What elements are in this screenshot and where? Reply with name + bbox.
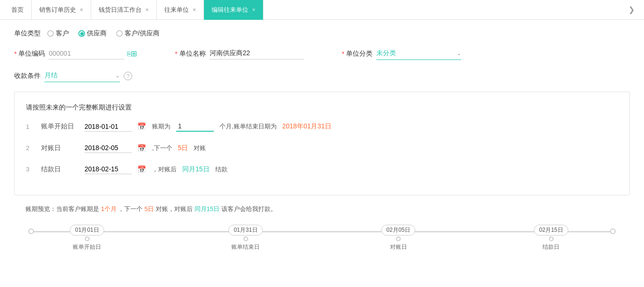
reconcile-suffix: 对账 xyxy=(194,144,206,152)
preview-mid1: ，下一个 xyxy=(118,205,143,212)
timeline-track: 01月01日 账单开始日 01月31日 账单结束日 02月05日 对账日 02月… xyxy=(28,225,616,253)
payment-terms-select[interactable]: 月结 ⌄ xyxy=(44,69,120,82)
timeline-wrapper: 01月01日 账单开始日 01月31日 账单结束日 02月05日 对账日 02月… xyxy=(14,225,630,253)
timeline-point-4: 02月15日 结款日 xyxy=(534,225,568,251)
preview-suffix: 该客户会给我打款。 xyxy=(221,205,277,212)
setting-row-2: 2 对账日 📅 ,下一个 5日 对账 xyxy=(26,143,618,153)
timeline-left-dot xyxy=(28,228,34,234)
tab-home[interactable]: 首页 xyxy=(4,0,32,20)
row-label-reconcile: 对账日 xyxy=(41,144,79,152)
period-label: 账期为 xyxy=(152,122,170,131)
tabs-bar: 首页 销售订单历史 × 钱货日清工作台 × 往来单位 × 编辑往来单位 × ❯ xyxy=(0,0,644,20)
payment-terms-label: 收款条件 xyxy=(14,72,41,80)
timeline-badge-4: 02月15日 xyxy=(534,225,568,236)
tab-partner[interactable]: 往来单位 × xyxy=(157,0,204,20)
radio-circle-customer-supplier xyxy=(116,30,123,37)
timeline-line xyxy=(28,231,616,232)
timeline-node-4 xyxy=(549,236,553,241)
reconcile-calendar-icon[interactable]: 📅 xyxy=(137,144,146,152)
timeline-point-2: 01月31日 账单结束日 xyxy=(229,225,263,251)
radio-circle-customer xyxy=(47,30,54,37)
radio-customer-supplier[interactable]: 客户/供应商 xyxy=(116,29,160,38)
settings-box-title: 请按照未来的一个完整帐期进行设置 xyxy=(26,103,618,112)
timeline-label-2: 账单结束日 xyxy=(231,243,260,251)
payment-terms-value: 月结 xyxy=(44,71,115,80)
preview-highlight3: 同月15日 xyxy=(195,205,220,212)
tab-more-arrow[interactable]: ❯ xyxy=(623,5,640,14)
timeline-node-2 xyxy=(243,236,248,241)
unit-code-copy-icon[interactable]: ⊞ xyxy=(127,49,137,58)
unit-code-label: 单位编码 xyxy=(18,50,45,58)
timeline-label-3: 对账日 xyxy=(390,243,407,251)
timeline-label-1: 账单开始日 xyxy=(73,243,101,251)
unit-category-dropdown-icon: ⌄ xyxy=(457,50,461,57)
timeline-badge-3: 02月05日 xyxy=(381,225,415,236)
radio-supplier[interactable]: 供应商 xyxy=(78,29,107,38)
unit-code-input-wrapper: ⊞ xyxy=(49,48,137,59)
row-label-billing-start: 账单开始日 xyxy=(41,122,79,131)
timeline-node-1 xyxy=(85,236,89,241)
unit-category-select[interactable]: 未分类 ⌄ xyxy=(376,47,461,60)
unit-name-input[interactable] xyxy=(210,48,304,59)
row-num-2: 2 xyxy=(26,144,35,152)
tab-close-sales-history[interactable]: × xyxy=(80,7,83,13)
preview-row: 账期预览：当前客户账期是 1个月 ，下一个 5日 对账，对账后 同月15日 该客… xyxy=(14,205,630,213)
tab-sales-history[interactable]: 销售订单历史 × xyxy=(32,0,91,20)
billing-start-calendar-icon[interactable]: 📅 xyxy=(137,122,146,131)
timeline-point-1: 01月01日 账单开始日 xyxy=(70,225,104,251)
unit-info-row: * 单位编码 ⊞ * 单位名称 * 单位分类 未分类 ⌄ xyxy=(14,47,630,60)
tab-close-cash-daily[interactable]: × xyxy=(145,7,149,13)
preview-mid2: 对账，对账后 xyxy=(156,205,193,212)
timeline-right-dot xyxy=(610,228,616,234)
reconcile-date-input[interactable] xyxy=(85,143,132,153)
setting-row-3: 3 结款日 📅 ，对账后 同月15日 结款 xyxy=(26,164,618,174)
payment-terms-row: 收款条件 月结 ⌄ ? xyxy=(14,69,630,82)
preview-highlight1: 1个月 xyxy=(101,205,117,212)
payment-highlight: 同月15日 xyxy=(182,165,210,174)
payment-calendar-icon[interactable]: 📅 xyxy=(137,165,146,174)
unit-type-radio-group: 客户 供应商 客户/供应商 xyxy=(47,29,160,38)
tab-close-partner[interactable]: × xyxy=(193,7,196,13)
unit-name-group: * 单位名称 xyxy=(175,48,304,59)
billing-start-date-input[interactable] xyxy=(85,122,132,132)
unit-code-input[interactable] xyxy=(49,48,124,59)
radio-circle-supplier xyxy=(78,30,85,37)
timeline-badge-1: 01月01日 xyxy=(70,225,104,236)
preview-highlight2: 5日 xyxy=(144,205,154,212)
tab-cash-daily[interactable]: 钱货日清工作台 × xyxy=(91,0,157,20)
help-icon[interactable]: ? xyxy=(124,72,132,80)
unit-type-row: 单位类型 客户 供应商 客户/供应商 xyxy=(14,29,630,38)
unit-type-label: 单位类型 xyxy=(14,29,41,38)
payment-terms-dropdown-icon: ⌄ xyxy=(115,72,120,79)
unit-category-group: * 单位分类 未分类 ⌄ xyxy=(342,47,461,60)
row-num-1: 1 xyxy=(26,123,35,130)
row-label-payment: 结款日 xyxy=(41,165,79,174)
payment-desc: ，对账后 xyxy=(152,165,177,174)
tab-edit-partner[interactable]: 编辑往来单位 × xyxy=(204,0,263,20)
payment-date-input[interactable] xyxy=(85,164,132,174)
reconcile-highlight: 5日 xyxy=(178,144,188,152)
reconcile-desc: ,下一个 xyxy=(152,144,172,152)
tab-close-edit-partner[interactable]: × xyxy=(252,7,255,13)
timeline-point-3: 02月05日 对账日 xyxy=(381,225,415,251)
unit-name-label: 单位名称 xyxy=(179,50,206,58)
timeline-badge-2: 01月31日 xyxy=(229,225,263,236)
unit-category-value: 未分类 xyxy=(376,49,457,58)
preview-prefix: 账期预览：当前客户账期是 xyxy=(25,205,99,212)
unit-code-group: * 单位编码 ⊞ xyxy=(14,48,137,59)
billing-end-date: 2018年01月31日 xyxy=(282,122,331,131)
unit-category-label: 单位分类 xyxy=(346,50,373,58)
radio-customer[interactable]: 客户 xyxy=(47,29,69,38)
period-unit-text: 个月,账单结束日期为 xyxy=(220,122,277,131)
period-value-input[interactable] xyxy=(176,121,214,132)
main-content: 单位类型 客户 供应商 客户/供应商 * 单位编码 ⊞ xyxy=(0,20,644,287)
timeline-node-3 xyxy=(396,236,401,241)
payment-suffix: 结款 xyxy=(215,165,228,174)
setting-row-1: 1 账单开始日 📅 账期为 个月,账单结束日期为 2018年01月31日 xyxy=(26,121,618,132)
row-num-3: 3 xyxy=(26,166,35,173)
settings-box: 请按照未来的一个完整帐期进行设置 1 账单开始日 📅 账期为 个月,账单结束日期… xyxy=(14,92,630,195)
timeline-label-4: 结款日 xyxy=(542,243,559,251)
